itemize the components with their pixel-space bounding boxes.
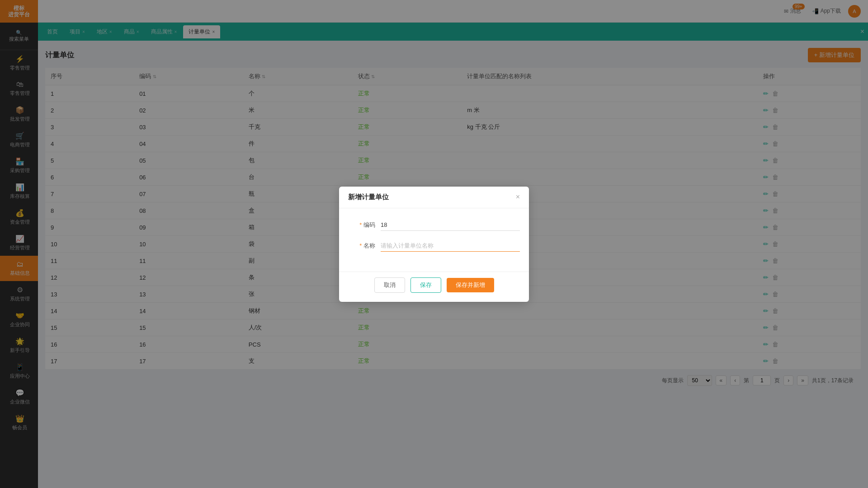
code-input[interactable] bbox=[381, 219, 520, 231]
modal-title: 新增计量单位 bbox=[348, 193, 389, 202]
modal-overlay: 新增计量单位 × 编码 名称 取消 保存 保存并新增 bbox=[0, 0, 868, 488]
name-label: 名称 bbox=[348, 242, 375, 250]
name-input[interactable] bbox=[381, 240, 520, 252]
name-form-row: 名称 bbox=[348, 240, 520, 252]
modal-footer: 取消 保存 保存并新增 bbox=[339, 272, 529, 302]
save-and-new-button[interactable]: 保存并新增 bbox=[447, 278, 494, 292]
add-unit-modal: 新增计量单位 × 编码 名称 取消 保存 保存并新增 bbox=[339, 187, 529, 302]
cancel-button[interactable]: 取消 bbox=[374, 277, 405, 293]
modal-close-button[interactable]: × bbox=[516, 193, 520, 201]
code-label: 编码 bbox=[348, 221, 375, 229]
code-form-row: 编码 bbox=[348, 219, 520, 231]
modal-body: 编码 名称 bbox=[339, 208, 529, 272]
save-button[interactable]: 保存 bbox=[410, 277, 441, 293]
modal-header: 新增计量单位 × bbox=[339, 187, 529, 208]
